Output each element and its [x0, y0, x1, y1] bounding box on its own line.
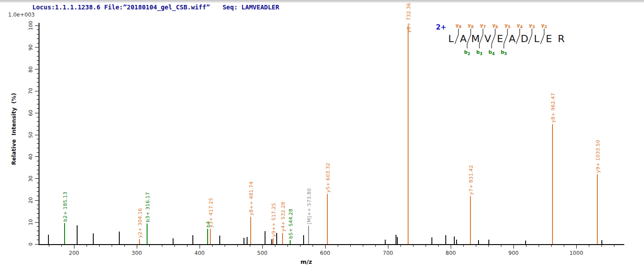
x-tick-label: 400 [195, 250, 205, 256]
y-axis-tick [37, 231, 39, 231]
y-tick-label: 80 [28, 66, 34, 73]
y-axis-tick [37, 30, 39, 30]
y-axis-tick [37, 226, 39, 227]
x-axis-tick [601, 245, 602, 247]
spectrum-peak [445, 235, 446, 244]
y-ion-label: y2 [541, 22, 547, 29]
x-tick-label: 1000 [570, 250, 583, 256]
spectrum-peak [48, 235, 49, 244]
x-axis-tick [74, 245, 74, 249]
y-axis-tick [37, 170, 39, 170]
annotated-peak [207, 229, 208, 244]
y-axis-tick [37, 218, 39, 218]
y-ion-label: y4 [517, 22, 522, 29]
y-tick-label: 0 [28, 243, 34, 246]
spectrum-peak [93, 233, 94, 244]
y-axis-tick [37, 213, 39, 214]
x-tick-label: 600 [320, 250, 331, 256]
y-axis-tick [37, 56, 39, 56]
y-ion-label: y3 [529, 22, 535, 29]
spectrum-peak [456, 240, 457, 244]
y-tick-label: 90 [28, 44, 34, 51]
y-axis-tick [37, 139, 39, 139]
x-axis-tick [61, 245, 62, 247]
x-axis-tick [275, 245, 275, 247]
y-axis-tick [37, 121, 39, 122]
x-tick-label: 900 [509, 250, 519, 256]
x-axis-tick [49, 245, 49, 247]
annotated-peak [282, 233, 283, 244]
x-axis-tick [539, 245, 539, 247]
y-axis-tick [37, 108, 39, 109]
b-ion-label: b5 [501, 49, 507, 56]
x-axis-tick [426, 245, 426, 247]
x-axis-tick [112, 245, 112, 247]
spectrum-peak [244, 238, 244, 244]
y-axis-tick [35, 156, 39, 157]
y-axis-tick [37, 187, 39, 188]
peak-label: y4+ 532.28 [280, 202, 286, 232]
x-axis-tick [463, 245, 464, 247]
spectrum-peak [173, 238, 174, 244]
spectrum-peak [454, 237, 455, 244]
spectrum-peak [219, 236, 220, 244]
x-axis-tick [237, 245, 238, 247]
y-axis-tick [37, 99, 39, 100]
x-axis-tick [250, 245, 250, 247]
annotated-peak [210, 229, 211, 244]
x-axis-tick [149, 245, 150, 247]
x-tick-label: 800 [446, 250, 456, 256]
y-ion-label: y8 [468, 22, 474, 29]
x-axis-tick [476, 245, 476, 247]
spectrum-peak [276, 233, 277, 244]
y-axis-tick [35, 178, 39, 179]
annotated-peak [470, 196, 471, 244]
x-axis-tick [187, 245, 187, 247]
peptide-fragmentation-panel: 2+ LAMVEADLERy9y8b2y7b3y6b4y5b5y4y3y2 [436, 22, 579, 59]
y-axis-tick [37, 86, 39, 87]
y-tick-label: 100 [28, 21, 34, 30]
y-axis-tick [37, 104, 39, 104]
y-axis-tick [37, 60, 39, 61]
annotated-peak [408, 26, 409, 244]
annotated-peak [64, 223, 65, 244]
y-axis-tick [37, 196, 39, 196]
y-ion-label: y5 [505, 22, 510, 29]
spectrum-peak [478, 240, 479, 244]
x-axis-tick [137, 245, 137, 249]
y-ion-label: y7 [480, 22, 486, 29]
y-axis-tick [37, 39, 39, 39]
y-axis-tick [37, 235, 39, 236]
y-axis-tick [35, 200, 39, 201]
y-ion-label: y6 [492, 22, 498, 29]
peak-label: y3+ 417.25 [208, 198, 214, 228]
x-axis-tick [212, 245, 213, 247]
x-axis-tick [300, 245, 300, 247]
x-axis-tick [451, 245, 451, 249]
b-ion-label: b4 [488, 49, 495, 56]
y-ion-label: y9 [456, 22, 461, 29]
spectrum-peak [303, 235, 304, 244]
b-ion-label: b3 [476, 49, 483, 56]
x-axis-tick [162, 245, 162, 247]
x-axis-tick [87, 245, 87, 247]
y-axis-tick [37, 240, 39, 240]
y-axis-tick [37, 73, 39, 74]
y-axis-line [39, 23, 39, 245]
y-axis-tick [37, 95, 39, 96]
b-ion-label: b2 [464, 49, 470, 56]
annotated-peak [290, 240, 291, 244]
y-axis-tick [35, 91, 39, 91]
y-axis-tick [35, 244, 39, 245]
spectrum-peak [397, 237, 398, 244]
y-axis-tick [37, 52, 39, 52]
peak-label: [M]++ 573.80 [306, 189, 312, 225]
spectrum-peak [77, 225, 78, 244]
spectrum-peak [396, 235, 396, 244]
x-axis-tick [438, 245, 439, 247]
y-axis-tick [37, 143, 39, 144]
y-axis-tick [37, 65, 39, 65]
annotated-peak [327, 194, 328, 244]
y-tick-label: 50 [28, 132, 34, 138]
y-axis-tick [37, 34, 39, 34]
